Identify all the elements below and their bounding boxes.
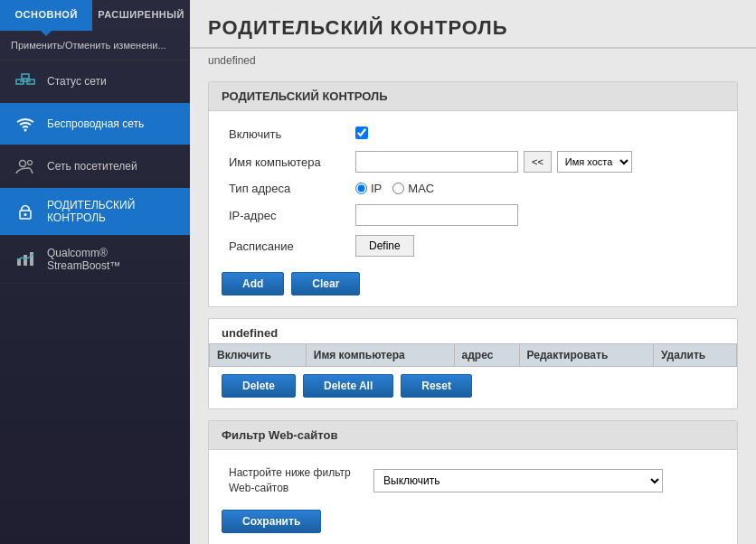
- tab-basic[interactable]: ОСНОВНОЙ: [0, 0, 92, 31]
- sidebar-apply-changes[interactable]: Применить/Отменить изменени...: [0, 31, 190, 61]
- save-button[interactable]: Сохранить: [222, 510, 321, 533]
- define-button[interactable]: Define: [355, 235, 414, 257]
- lock-icon: [13, 202, 38, 221]
- address-type-group: IP MAC: [355, 182, 717, 195]
- radio-mac[interactable]: [392, 183, 404, 194]
- table-card: undefined Включить Имя компьютера адрес …: [208, 318, 738, 409]
- hostname-group: << Имя хоста: [355, 151, 717, 173]
- web-filter-card-body: Настройте ниже фильтр Web-сайтов Выключи…: [209, 450, 737, 544]
- sidebar-item-label: Беспроводная сеть: [47, 117, 144, 130]
- table-buttons: Delete Delete All Reset: [209, 367, 737, 408]
- svg-rect-2: [22, 74, 29, 79]
- col-enable: Включить: [210, 344, 307, 367]
- radio-ip-label[interactable]: IP: [355, 182, 382, 195]
- sidebar-item-parental-control[interactable]: РОДИТЕЛЬСКИЙ КОНТРОЛЬ: [0, 188, 190, 236]
- enable-label: Включить: [222, 122, 348, 146]
- col-computer-name: Имя компьютера: [306, 344, 454, 367]
- table-header-row: Включить Имя компьютера адрес Редактиров…: [210, 344, 737, 367]
- web-filter-form: Настройте ниже фильтр Web-сайтов Выключи…: [222, 461, 724, 501]
- main-content: РОДИТЕЛЬСКИЙ КОНТРОЛЬ undefined РОДИТЕЛЬ…: [190, 0, 756, 544]
- computer-name-label: Имя компьютера: [222, 146, 348, 177]
- radio-ip[interactable]: [355, 183, 367, 194]
- address-type-row: Тип адреса IP MAC: [222, 177, 724, 200]
- wifi-icon: [13, 114, 38, 134]
- ip-address-row: IP-адрес: [222, 200, 724, 230]
- svg-rect-12: [24, 255, 27, 266]
- web-filter-card: Фильтр Web-сайтов Настройте ниже фильтр …: [208, 420, 738, 544]
- filter-row: Настройте ниже фильтр Web-сайтов Выключи…: [222, 461, 724, 501]
- users-icon: [13, 156, 38, 176]
- parental-control-card: РОДИТЕЛЬСКИЙ КОНТРОЛЬ Включить Имя компь…: [208, 81, 738, 307]
- computer-name-input[interactable]: [355, 151, 518, 173]
- sidebar-item-label: РОДИТЕЛЬСКИЙ КОНТРОЛЬ: [47, 199, 177, 224]
- parental-control-card-body: Включить Имя компьютера << Им: [209, 111, 737, 265]
- radio-mac-text: MAC: [408, 182, 434, 195]
- schedule-row: Расписание Define: [222, 230, 724, 261]
- col-delete: Удалить: [653, 344, 736, 367]
- page-subtitle: undefined: [190, 49, 756, 72]
- table-header: Включить Имя компьютера адрес Редактиров…: [210, 344, 737, 367]
- network-icon: [13, 71, 38, 91]
- svg-point-7: [20, 161, 26, 167]
- hostname-select[interactable]: Имя хоста: [557, 151, 632, 173]
- filter-label: Настройте ниже фильтр Web-сайтов: [222, 461, 366, 501]
- web-filter-card-title: Фильтр Web-сайтов: [209, 421, 737, 450]
- filter-label-text: Настройте ниже фильтр Web-сайтов: [229, 466, 351, 494]
- delete-button[interactable]: Delete: [222, 374, 296, 398]
- computer-name-row: Имя компьютера << Имя хоста: [222, 146, 724, 177]
- sidebar-item-label: Статус сети: [47, 75, 107, 88]
- web-filter-buttons: Сохранить: [222, 501, 724, 544]
- clear-button[interactable]: Clear: [291, 272, 360, 295]
- enable-row: Включить: [222, 122, 724, 146]
- sidebar-item-label: Сеть посетителей: [47, 160, 137, 173]
- sidebar-item-streamboost[interactable]: Qualcomm® StreamBoost™: [0, 236, 190, 284]
- address-type-label: Тип адреса: [222, 177, 348, 200]
- sidebar-item-label: Qualcomm® StreamBoost™: [47, 247, 177, 272]
- sidebar-item-wireless[interactable]: Беспроводная сеть: [0, 103, 190, 145]
- add-button[interactable]: Add: [222, 272, 284, 295]
- parental-control-form: Включить Имя компьютера << Им: [222, 122, 724, 261]
- svg-point-10: [24, 213, 27, 216]
- entries-table: Включить Имя компьютера адрес Редактиров…: [209, 343, 737, 367]
- ip-address-input[interactable]: [355, 204, 518, 226]
- filter-select[interactable]: Выключить: [373, 469, 663, 492]
- boost-icon: [13, 249, 38, 269]
- sidebar-item-network-status[interactable]: Статус сети: [0, 61, 190, 103]
- svg-point-8: [28, 161, 33, 165]
- parental-control-card-title: РОДИТЕЛЬСКИЙ КОНТРОЛЬ: [209, 82, 737, 111]
- hostname-arrow-btn[interactable]: <<: [524, 151, 552, 173]
- radio-mac-label[interactable]: MAC: [392, 182, 434, 195]
- col-address: адрес: [454, 344, 519, 367]
- sidebar-item-guest-network[interactable]: Сеть посетителей: [0, 145, 190, 188]
- tab-advanced[interactable]: РАСШИРЕННЫЙ: [92, 0, 190, 31]
- table-subtitle: undefined: [209, 319, 737, 343]
- col-edit: Редактировать: [519, 344, 653, 367]
- page-title: РОДИТЕЛЬСКИЙ КОНТРОЛЬ: [190, 0, 756, 49]
- ip-address-label: IP-адрес: [222, 200, 348, 230]
- svg-point-6: [24, 129, 27, 132]
- delete-all-button[interactable]: Delete All: [303, 374, 393, 398]
- enable-checkbox[interactable]: [355, 127, 368, 139]
- schedule-label: Расписание: [222, 230, 348, 261]
- radio-ip-text: IP: [371, 182, 382, 195]
- sidebar: ОСНОВНОЙ РАСШИРЕННЫЙ Применить/Отменить …: [0, 0, 190, 544]
- reset-button[interactable]: Reset: [401, 374, 472, 398]
- sidebar-tabs: ОСНОВНОЙ РАСШИРЕННЫЙ: [0, 0, 190, 31]
- parental-control-buttons: Add Clear: [209, 265, 737, 306]
- content-area: РОДИТЕЛЬСКИЙ КОНТРОЛЬ Включить Имя компь…: [190, 72, 756, 544]
